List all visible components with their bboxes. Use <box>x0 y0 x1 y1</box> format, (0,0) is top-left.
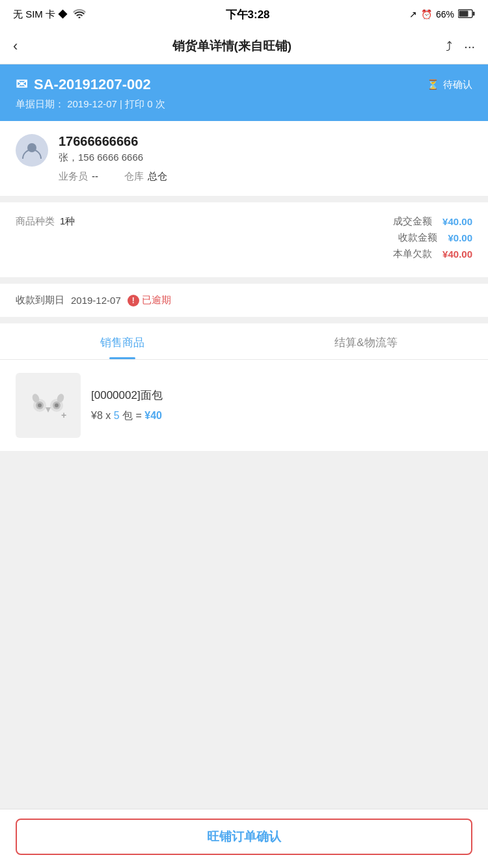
product-name: [0000002]面包 <box>91 388 472 403</box>
amount-row-owed: 本单欠款 ¥40.00 <box>393 248 472 260</box>
price-per-unit: ¥8 <box>91 410 103 421</box>
price-equals: = <box>136 410 145 421</box>
salesperson-label: 业务员 <box>59 170 88 183</box>
product-unit: 包 <box>122 410 133 421</box>
wifi-icon <box>73 9 86 20</box>
order-status-text: 待确认 <box>443 79 472 91</box>
bottom-area: 旺铺订单确认 <box>0 809 488 868</box>
tab-settlement-label: 结算&物流等 <box>334 336 397 349</box>
amounts-section: 商品种类 1种 成交金额 ¥40.00 收款金额 ¥0.00 本单欠款 ¥40.… <box>16 215 472 264</box>
order-date: 单据日期： 2019-12-07 | 打印 0 次 <box>16 98 472 111</box>
status-bar: 无 SIM 卡 ◆ 下午3:28 ↗ ⏰ 66% <box>0 0 488 29</box>
due-date-section: 收款到期日 2019-12-07 ! 已逾期 <box>0 284 488 317</box>
share-button[interactable]: ⤴ <box>446 39 452 54</box>
customer-info: 17666666666 张，156 6666 6666 业务员 -- 仓库 总仓 <box>59 134 472 183</box>
product-types: 商品种类 1种 <box>16 215 75 228</box>
svg-marker-10 <box>46 407 51 413</box>
svg-rect-1 <box>472 12 474 16</box>
svg-rect-2 <box>459 10 468 16</box>
overdue-dot-icon: ! <box>128 295 139 306</box>
status-clock-icon: ⏳ <box>427 79 439 90</box>
amount-row-deal: 成交金额 ¥40.00 <box>393 215 472 228</box>
overdue-text: 已逾期 <box>142 294 171 306</box>
salesperson-item: 业务员 -- <box>59 170 98 183</box>
amount-row-received: 收款金额 ¥0.00 <box>393 232 472 244</box>
location-icon: ↗ <box>409 9 417 20</box>
warehouse-label: 仓库 <box>124 170 144 183</box>
customer-section: 17666666666 张，156 6666 6666 业务员 -- 仓库 总仓 <box>16 134 472 183</box>
order-date-label: 单据日期： <box>16 98 64 109</box>
warehouse-value: 总仓 <box>148 170 167 183</box>
amount-value-owed: ¥40.00 <box>442 249 472 260</box>
alarm-icon: ⏰ <box>421 9 432 20</box>
product-details: [0000002]面包 ¥8 x 5 包 = ¥40 <box>91 388 472 423</box>
avatar <box>16 134 48 167</box>
product-qty: 5 <box>114 410 120 421</box>
customer-name: 张，156 6666 6666 <box>59 152 472 164</box>
status-time: 下午3:28 <box>226 7 270 22</box>
svg-point-8 <box>38 403 42 407</box>
product-image: + <box>16 373 81 438</box>
customer-meta: 业务员 -- 仓库 总仓 <box>59 170 472 183</box>
tab-products-label: 销售商品 <box>100 336 144 349</box>
product-card: + [0000002]面包 ¥8 x 5 包 = ¥40 <box>0 360 488 451</box>
amount-value-deal: ¥40.00 <box>442 216 472 227</box>
nav-bar: ‹ 销货单详情(来自旺铺) ⤴ ··· <box>0 29 488 64</box>
amounts-right: 成交金额 ¥40.00 收款金额 ¥0.00 本单欠款 ¥40.00 <box>393 215 472 264</box>
tab-settlement[interactable]: 结算&物流等 <box>244 323 488 359</box>
product-price: ¥8 x 5 包 = ¥40 <box>91 409 472 423</box>
amounts-card: 商品种类 1种 成交金额 ¥40.00 收款金额 ¥0.00 本单欠款 ¥40.… <box>0 202 488 277</box>
page-title: 销货单详情(来自旺铺) <box>172 38 292 55</box>
product-types-value: 1种 <box>60 215 75 228</box>
warehouse-item: 仓库 总仓 <box>124 170 167 183</box>
amount-label-received: 收款金额 <box>398 232 437 244</box>
order-status: ⏳ 待确认 <box>427 79 472 91</box>
overdue-badge: ! 已逾期 <box>128 294 171 306</box>
svg-text:+: + <box>61 410 66 420</box>
order-date-value: 2019-12-07 <box>67 98 117 109</box>
svg-point-9 <box>55 403 59 407</box>
price-multiply: x <box>105 410 113 421</box>
tabs-container: 销售商品 结算&物流等 <box>0 323 488 360</box>
order-number-text: SA-20191207-002 <box>34 76 151 93</box>
empty-content-area <box>0 451 488 594</box>
status-left: 无 SIM 卡 ◆ <box>13 8 86 21</box>
order-icon: ✉ <box>16 76 27 93</box>
back-button[interactable]: ‹ <box>13 38 18 55</box>
tab-products[interactable]: 销售商品 <box>0 323 244 359</box>
product-types-label: 商品种类 <box>16 215 55 228</box>
due-date-label: 收款到期日 <box>16 294 64 306</box>
salesperson-value: -- <box>92 170 98 183</box>
customer-card: 17666666666 张，156 6666 6666 业务员 -- 仓库 总仓 <box>0 121 488 196</box>
amount-label-deal: 成交金额 <box>393 215 432 228</box>
order-number: ✉ SA-20191207-002 <box>16 76 151 93</box>
battery-text: 66% <box>436 9 454 20</box>
battery-icon <box>458 9 475 20</box>
amount-label-owed: 本单欠款 <box>393 248 432 260</box>
due-date-value: 2019-12-07 <box>71 295 121 306</box>
order-header: ✉ SA-20191207-002 ⏳ 待确认 单据日期： 2019-12-07… <box>0 64 488 121</box>
more-button[interactable]: ··· <box>464 39 475 54</box>
status-right: ↗ ⏰ 66% <box>409 9 475 20</box>
nav-actions: ⤴ ··· <box>446 39 475 54</box>
customer-phone: 17666666666 <box>59 134 472 149</box>
amount-value-received: ¥0.00 <box>448 232 472 243</box>
product-total: ¥40 <box>144 410 162 421</box>
no-sim-text: 无 SIM 卡 ◆ <box>13 8 68 21</box>
confirm-button-label: 旺铺订单确认 <box>207 828 281 845</box>
confirm-order-button[interactable]: 旺铺订单确认 <box>16 819 472 855</box>
order-print-info: | 打印 0 次 <box>120 98 165 109</box>
order-header-top: ✉ SA-20191207-002 ⏳ 待确认 <box>16 76 472 93</box>
